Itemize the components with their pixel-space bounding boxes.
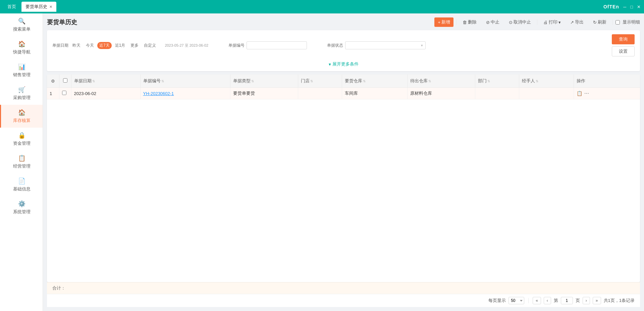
th-actions: 操作 [574,75,640,88]
sidebar-item-purchase-mgmt-label: 采购管理 [13,95,31,101]
cancel-stop-button[interactable]: ⊙ 取消中止 [505,17,534,27]
delete-button[interactable]: 🗑 删除 [459,17,480,27]
tab-requisition-history[interactable]: 要货单历史 ✕ [21,2,56,12]
sort-store-icon[interactable]: ⇅ [310,79,313,83]
sidebar-item-fund-mgmt[interactable]: 🔒 资金管理 [0,128,43,150]
select-all-checkbox[interactable] [63,78,67,83]
row-edit-icon[interactable]: 📋 [577,91,582,96]
date-btn-1month[interactable]: 近1月 [113,42,127,49]
table-footer: 合计： [47,282,640,294]
tab-close-icon[interactable]: ✕ [49,5,52,9]
fund-mgmt-icon: 🔒 [18,132,25,139]
sales-mgmt-icon: 📊 [18,63,25,71]
sidebar-item-purchase-mgmt[interactable]: 🛒 采购管理 [0,82,43,105]
sort-handler-icon[interactable]: ⇅ [536,79,538,83]
th-pending-warehouse[interactable]: 待出仓库 ⇅ [408,75,475,88]
sidebar-item-search-menu[interactable]: 🔍 搜索菜单 [0,13,43,36]
prev-page-button[interactable]: ‹ [544,297,551,304]
query-button[interactable]: 查询 [612,34,635,44]
row-actions: 📋 ⋯ [577,91,637,96]
th-handler-label: 经手人 [522,78,535,84]
sort-doc-type-icon[interactable]: ⇅ [251,79,254,83]
settings-button[interactable]: 设置 [612,46,635,56]
doc-status-input[interactable] [345,41,426,49]
export-label: 导出 [575,19,584,25]
window-minimize-icon[interactable]: ─ [623,4,626,9]
th-req-warehouse[interactable]: 要货仓库 ⇅ [342,75,408,88]
doc-number-link[interactable]: YH-20230602-1 [143,91,174,96]
sort-doc-date-icon[interactable]: ⇅ [92,79,95,83]
date-btn-7days[interactable]: 近7天 [97,42,112,49]
page-size-select[interactable]: 20 50 100 [508,297,524,304]
top-bar-right: OfTEn ─ □ ✕ [603,4,641,9]
row-checkbox[interactable] [62,91,66,95]
th-doc-number[interactable]: 单据编号 ⇅ [140,75,230,88]
basic-info-icon: 📄 [18,177,25,185]
th-doc-type[interactable]: 单据类型 ⇅ [230,75,298,88]
sidebar-item-fund-mgmt-label: 资金管理 [13,140,31,146]
display-detail-checkbox[interactable] [615,20,620,25]
sidebar-item-inventory-calc[interactable]: 🏠 库存核算 [0,105,43,128]
table-container: ⚙ 单据日期 ⇅ 单据编号 [47,75,640,282]
table-row: 1 2023-06-02 YH-20230602-1 要货单要货 车间库 原材料… [47,88,640,99]
toolbar-divider-3 [612,19,613,25]
th-settings[interactable]: ⚙ [47,75,59,88]
new-button[interactable]: + 新增 [434,17,453,27]
th-doc-date[interactable]: 单据日期 ⇅ [71,75,140,88]
cell-actions: 📋 ⋯ [574,88,640,99]
print-icon: 🖨 [543,20,548,25]
date-filter-label: 单据日期 [52,43,68,48]
sort-req-warehouse-icon[interactable]: ⇅ [363,79,366,83]
doc-status-dropdown-icon: ▾ [421,43,423,48]
cancel-stop-icon: ⊙ [509,20,513,25]
sort-pending-warehouse-icon[interactable]: ⇅ [428,79,431,83]
sidebar-item-sales-mgmt[interactable]: 📊 销售管理 [0,59,43,82]
date-btn-custom[interactable]: 自定义 [142,42,158,49]
delete-label: 删除 [468,19,477,25]
th-store[interactable]: 门店 ⇅ [298,75,342,88]
expand-more-button[interactable]: ▾ 展开更多条件 [329,61,359,67]
page-label: 第 [554,298,558,304]
cancel-stop-label: 取消中止 [514,19,531,25]
window-close-icon[interactable]: ✕ [637,4,641,9]
export-button[interactable]: ↗ 导出 [567,17,587,27]
window-maximize-icon[interactable]: □ [630,4,633,9]
sidebar-item-ops-mgmt[interactable]: 📋 经营管理 [0,150,43,173]
expand-more-row: ▾ 展开更多条件 [52,58,635,67]
display-detail-label: 显示明细 [623,19,640,25]
cell-doc-type: 要货单要货 [230,88,298,99]
print-label: 打印 [549,19,557,25]
sidebar-item-quick-nav[interactable]: 🏠 快捷导航 [0,36,43,59]
sidebar-item-sys-mgmt[interactable]: ⚙️ 系统管理 [0,196,43,219]
stop-button[interactable]: ⊘ 中止 [483,17,503,27]
brand-text: OfTEn [603,4,619,9]
next-page-button[interactable]: › [583,297,590,304]
top-bar: 首页 要货单历史 ✕ OfTEn ─ □ ✕ [0,0,644,13]
doc-number-input[interactable] [247,41,307,49]
sidebar-item-basic-info[interactable]: 📄 基础信息 [0,173,43,196]
row-more-icon[interactable]: ⋯ [584,91,589,96]
tab-home-label: 首页 [7,4,16,10]
current-page-input[interactable] [561,297,573,304]
cell-req-warehouse: 车间库 [342,88,408,99]
first-page-button[interactable]: « [533,297,541,304]
action-buttons: 查询 设置 [612,34,635,56]
date-btn-today[interactable]: 今天 [84,42,96,49]
cell-handler [519,88,574,99]
sidebar-item-sys-mgmt-label: 系统管理 [13,209,31,215]
sys-mgmt-icon: ⚙️ [18,200,25,208]
th-handler[interactable]: 经手人 ⇅ [519,75,574,88]
refresh-button[interactable]: ↻ 刷新 [590,17,610,27]
tab-home[interactable]: 首页 [3,2,20,12]
table-settings-icon[interactable]: ⚙ [51,79,55,84]
date-btn-yesterday[interactable]: 昨天 [70,42,83,49]
sort-doc-number-icon[interactable]: ⇅ [161,79,164,83]
print-button[interactable]: 🖨 打印 ▾ [540,17,564,27]
display-detail-toggle[interactable]: 显示明细 [615,19,640,25]
tab-requisition-history-label: 要货单历史 [25,4,47,10]
sort-dept-icon[interactable]: ⇅ [487,79,490,83]
date-btn-more[interactable]: 更多 [128,42,141,49]
last-page-button[interactable]: » [593,297,601,304]
th-dept[interactable]: 部门 ⇅ [475,75,519,88]
inventory-calc-icon: 🏠 [18,109,25,116]
